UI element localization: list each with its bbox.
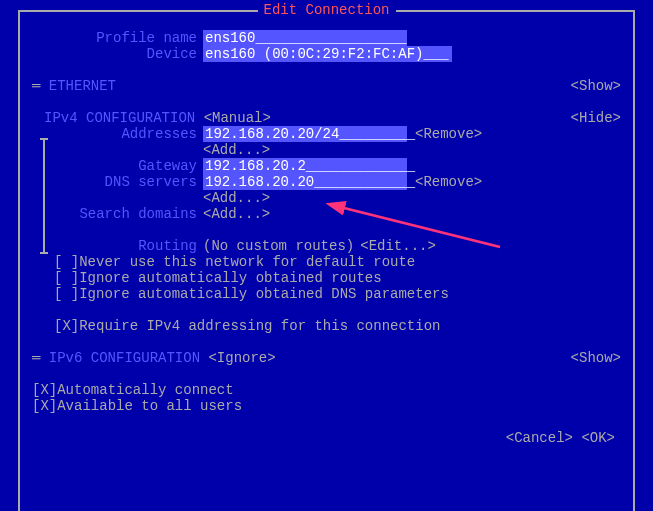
device-input[interactable]: ens160 (00:0C:29:F2:FC:AF)___: [203, 46, 452, 62]
addresses-remove-button[interactable]: <Remove>: [415, 126, 482, 142]
addresses-input[interactable]: 192.168.20.20/24_________: [203, 126, 407, 142]
require-ipv4-label: Require IPv4 addressing for this connect…: [79, 318, 440, 334]
cancel-button[interactable]: <Cancel>: [506, 430, 573, 446]
ipv4-section-label: IPv4 CONFIGURATION: [44, 110, 195, 126]
search-domains-label: Search domains: [32, 206, 203, 222]
ipv4-hide-button[interactable]: <Hide>: [571, 110, 621, 126]
all-users-checkbox[interactable]: [X]: [32, 398, 57, 414]
dns-input[interactable]: 192.168.20.20____________: [203, 174, 407, 190]
ok-button[interactable]: <OK>: [581, 430, 615, 446]
ipv4-group-bracket: [40, 138, 48, 254]
ethernet-show-button[interactable]: <Show>: [571, 78, 621, 94]
auto-connect-label: Automatically connect: [57, 382, 233, 398]
opt-ignore-routes-label: Ignore automatically obtained routes: [79, 270, 381, 286]
dns-add-button[interactable]: <Add...>: [203, 190, 270, 206]
ethernet-section-label: ETHERNET: [49, 78, 116, 94]
profile-name-label: Profile name: [32, 30, 203, 46]
opt-ignore-dns-label: Ignore automatically obtained DNS parame…: [79, 286, 449, 302]
auto-connect-checkbox[interactable]: [X]: [32, 382, 57, 398]
dns-remove-button[interactable]: <Remove>: [415, 174, 482, 190]
dialog-edit-connection: Edit Connection Profile name ens160_____…: [18, 10, 635, 511]
device-label: Device: [32, 46, 203, 62]
dns-label: DNS servers: [32, 174, 203, 190]
profile-name-input[interactable]: ens160__________________: [203, 30, 407, 46]
ipv6-section-label: IPv6 CONFIGURATION: [49, 350, 200, 366]
gateway-label: Gateway: [32, 158, 203, 174]
routing-label: Routing: [32, 238, 203, 254]
section-indicator: ═: [32, 350, 49, 366]
opt-default-route-checkbox[interactable]: [ ]: [54, 254, 79, 270]
routing-edit-button[interactable]: <Edit...>: [360, 238, 436, 254]
routing-value: (No custom routes): [203, 238, 354, 254]
search-domains-add-button[interactable]: <Add...>: [203, 206, 270, 222]
section-indicator: ═: [32, 78, 49, 94]
ipv4-mode-select[interactable]: <Manual>: [204, 110, 271, 126]
all-users-label: Available to all users: [57, 398, 242, 414]
require-ipv4-checkbox[interactable]: [X]: [54, 318, 79, 334]
ipv6-mode-select[interactable]: <Ignore>: [208, 350, 275, 366]
addresses-add-button[interactable]: <Add...>: [203, 142, 270, 158]
addresses-label: Addresses: [32, 126, 203, 142]
opt-ignore-routes-checkbox[interactable]: [ ]: [54, 270, 79, 286]
dialog-title: Edit Connection: [257, 2, 395, 18]
opt-ignore-dns-checkbox[interactable]: [ ]: [54, 286, 79, 302]
opt-default-route-label: Never use this network for default route: [79, 254, 415, 270]
ipv6-show-button[interactable]: <Show>: [571, 350, 621, 366]
gateway-input[interactable]: 192.168.20.2_____________: [203, 158, 407, 174]
